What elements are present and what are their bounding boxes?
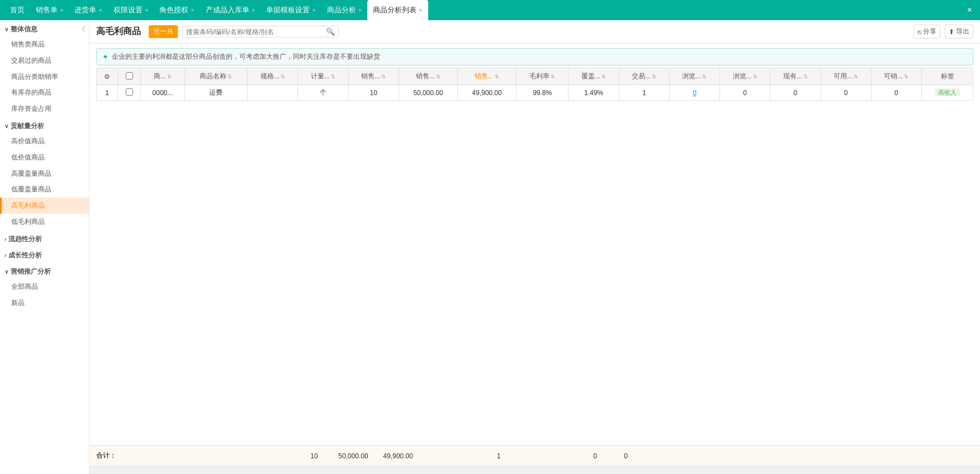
table-row: 1 0000... 运费 个 10 50,000.00 49,900.00 99… <box>97 85 973 101</box>
window-close-icon[interactable]: × <box>964 5 976 15</box>
sidebar-item-low-coverage[interactable]: 低覆盖量商品 <box>0 181 89 198</box>
nav-label-role: 角色授权 <box>159 5 188 15</box>
sidebar-item-high-value[interactable]: 高价值商品 <box>0 133 89 149</box>
footer-current-stock: 0 <box>580 452 610 460</box>
th-transaction[interactable]: 交易...⇅ <box>619 68 669 85</box>
nav-item-template[interactable]: 单据模板设置 × <box>261 0 321 20</box>
footer-spacer3 <box>163 452 194 460</box>
th-checkbox[interactable] <box>117 68 140 85</box>
footer-spacer6 <box>272 452 297 460</box>
footer-sales1: 10 <box>297 452 331 460</box>
nav-item-home[interactable]: 首页 <box>4 0 30 20</box>
nav-item-permission[interactable]: 权限设置 × <box>108 0 154 20</box>
tag-badge: 高收入 <box>935 88 960 96</box>
sidebar-group-overall[interactable]: ∨ 整体信息 <box>0 20 89 36</box>
row-checkbox[interactable] <box>126 88 133 96</box>
nav-item-analysis[interactable]: 商品分析 × <box>321 0 367 20</box>
sidebar-collapse-btn[interactable]: 《 <box>78 25 86 35</box>
footer-spacer4 <box>194 452 242 460</box>
search-icon[interactable]: 🔍 <box>326 27 335 36</box>
sidebar-item-high-coverage[interactable]: 高覆盖量商品 <box>0 166 89 182</box>
th-gross-rate[interactable]: 毛利率⇅ <box>517 68 569 85</box>
nav-item-purchase[interactable]: 进货单 × <box>69 0 107 20</box>
td-transaction: 1 <box>619 85 669 101</box>
nav-close-role[interactable]: × <box>191 7 194 13</box>
nav-close-template[interactable]: × <box>312 7 315 13</box>
period-button[interactable]: 近一月 <box>149 25 178 38</box>
export-icon: ⬆ <box>949 28 954 36</box>
th-coverage[interactable]: 覆盖...⇅ <box>569 68 619 85</box>
select-all-checkbox[interactable] <box>126 72 133 79</box>
nav-close-sales[interactable]: × <box>60 7 63 13</box>
footer-available: 0 <box>610 452 641 460</box>
td-index: 1 <box>97 85 118 101</box>
th-browse1[interactable]: 浏览...⇅ <box>669 68 719 85</box>
th-sales1[interactable]: 销售...⇅ <box>348 68 399 85</box>
nav-label-purchase: 进货单 <box>74 5 96 15</box>
th-settings[interactable]: ⚙ <box>97 68 118 85</box>
sidebar-item-high-margin[interactable]: 高毛利商品 <box>0 198 89 214</box>
content-area: 高毛利商品 近一月 🔍 ⎋ 分享 ⬆ 导出 ✦ 企业的主要的利润都是这部分商品创… <box>89 20 980 474</box>
td-current-stock: 0 <box>770 85 821 101</box>
td-checkbox[interactable] <box>117 85 140 101</box>
data-table: ⚙ 商...⇅ 商品名称⇅ 规格...⇅ 计量...⇅ 销售...⇅ 销售...… <box>96 68 973 101</box>
table-scrollbar[interactable] <box>89 466 980 474</box>
th-unit[interactable]: 计量...⇅ <box>298 68 348 85</box>
nav-close-product-in[interactable]: × <box>252 7 255 13</box>
sidebar-item-stock-capital[interactable]: 库存资金占用 <box>0 101 89 117</box>
nav-item-analysis-list[interactable]: 商品分析列表 × <box>367 0 428 20</box>
footer-browse1 <box>515 452 549 460</box>
sidebar-group-contribution[interactable]: ∨ 贡献量分析 <box>0 117 89 133</box>
nav-close-analysis-list[interactable]: × <box>419 7 422 13</box>
scrollbar-inner <box>89 467 980 467</box>
nav-label-home: 首页 <box>10 5 25 15</box>
share-button[interactable]: ⎋ 分享 <box>913 25 940 39</box>
th-saleable[interactable]: 可销...⇅ <box>871 68 921 85</box>
nav-item-role[interactable]: 角色授权 × <box>154 0 200 20</box>
th-browse2[interactable]: 浏览...⇅ <box>720 68 770 85</box>
sidebar-item-category-rate[interactable]: 商品分类助销率 <box>0 69 89 85</box>
td-browse2: 0 <box>720 85 770 101</box>
th-sales3[interactable]: 销售...⇅ <box>457 68 516 85</box>
table-wrapper[interactable]: ⚙ 商...⇅ 商品名称⇅ 规格...⇅ 计量...⇅ 销售...⇅ 销售...… <box>96 68 973 445</box>
th-spec[interactable]: 规格...⇅ <box>248 68 298 85</box>
sidebar-item-low-value[interactable]: 低价值商品 <box>0 149 89 166</box>
export-button[interactable]: ⬆ 导出 <box>945 25 973 39</box>
footer-browse2 <box>549 452 580 460</box>
sidebar-group-marketing[interactable]: ∨ 营销推广分析 <box>0 262 89 279</box>
th-available[interactable]: 可用...⇅ <box>821 68 871 85</box>
search-input[interactable] <box>186 28 326 36</box>
sidebar-item-low-margin[interactable]: 低毛利商品 <box>0 214 89 230</box>
info-banner-text: 企业的主要的利润都是这部分商品创造的，可考虑加大推广，同时关注库存是不要出现缺货 <box>112 52 380 62</box>
sidebar-item-stocked-goods[interactable]: 有库存的商品 <box>0 85 89 101</box>
footer-transaction: 1 <box>482 452 515 460</box>
footer-cells: 10 50,000.00 49,900.00 1 0 0 <box>130 452 973 460</box>
sidebar-group-marketing-label: 营销推广分析 <box>11 267 51 276</box>
sidebar-group-trend[interactable]: › 流趋性分析 <box>0 230 89 246</box>
info-banner: ✦ 企业的主要的利润都是这部分商品创造的，可考虑加大推广，同时关注库存是不要出现… <box>96 48 973 65</box>
th-tag[interactable]: 标签 <box>922 68 973 85</box>
td-code: 0000... <box>141 85 185 101</box>
nav-close-purchase[interactable]: × <box>98 7 102 13</box>
sidebar-item-new-goods[interactable]: 新品 <box>0 295 89 311</box>
th-sales2[interactable]: 销售...⇅ <box>399 68 457 85</box>
share-label: 分享 <box>923 27 936 36</box>
sidebar-group-growth[interactable]: › 成长性分析 <box>0 246 89 262</box>
nav-label-template: 单据模板设置 <box>266 5 310 15</box>
sidebar-group-contribution-label: 贡献量分析 <box>11 121 44 131</box>
nav-close-permission[interactable]: × <box>145 7 148 13</box>
td-browse1[interactable]: 0 <box>669 85 719 101</box>
td-tag: 高收入 <box>922 85 973 101</box>
nav-item-sales[interactable]: 销售单 × <box>30 0 69 20</box>
th-current-stock[interactable]: 现有...⇅ <box>770 68 821 85</box>
nav-close-analysis[interactable]: × <box>358 7 362 13</box>
nav-item-product-in[interactable]: 产成品入库单 × <box>200 0 261 20</box>
top-navigation: 首页 销售单 × 进货单 × 权限设置 × 角色授权 × 产成品入库单 × 单据… <box>0 0 980 20</box>
sidebar-item-all-goods[interactable]: 全部商品 <box>0 279 89 295</box>
th-code[interactable]: 商...⇅ <box>141 68 185 85</box>
th-name[interactable]: 商品名称⇅ <box>184 68 247 85</box>
sidebar-item-sales-goods[interactable]: 销售类商品 <box>0 36 89 53</box>
table-footer: 合计： 10 50,000.00 49,900.00 1 0 0 <box>89 445 980 466</box>
sidebar-item-traded-goods[interactable]: 交易过的商品 <box>0 53 89 69</box>
footer-gross-rate <box>420 452 451 460</box>
